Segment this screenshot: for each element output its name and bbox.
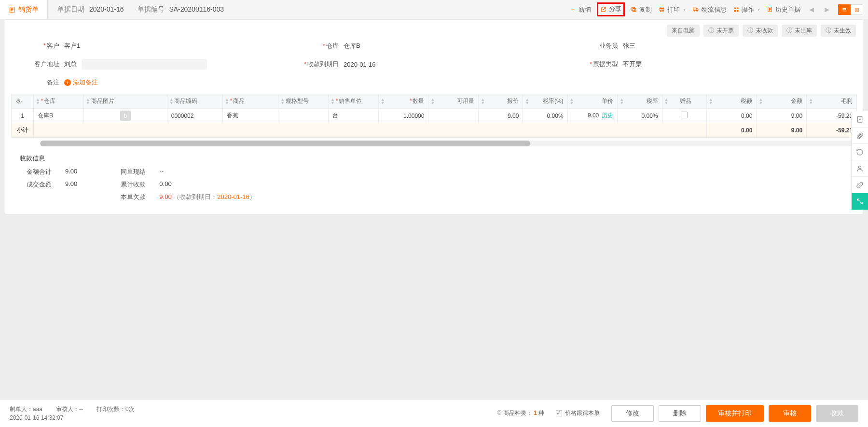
print-button[interactable]: 打印 ▾ [659,5,686,14]
table-header-row: ▲▼ *仓库 ▲▼ 商品图片 ▲▼ 商品编码 ▲▼ *商品 ▲▼ 规格型号 ▲▼… [12,94,857,109]
col-gift[interactable]: ▲▼ 赠品 [662,94,706,109]
col-tax-pct[interactable]: ▲▼ 税率 [618,94,662,109]
side-expand-icon[interactable] [852,193,868,210]
address-value[interactable]: 刘总 [64,60,77,69]
col-settings-button[interactable] [12,94,34,109]
print-count-value: 0次 [125,406,135,413]
status-invoice[interactable]: ⓘ未开票 [703,25,739,37]
status-effect[interactable]: ⓘ未生效 [821,25,856,37]
footer-audit-info: 制单人：aaa 审核人：-- 打印次数：0次 2020-01-16 14:32:… [10,405,135,421]
col-amount[interactable]: ▲▼ 金额 [757,94,807,109]
view-card-button[interactable] [851,4,863,15]
grid-icon [733,7,739,13]
price-history-link[interactable]: 历史 [602,112,613,119]
footer-bar: 制单人：aaa 审核人：-- 打印次数：0次 2020-01-16 14:32:… [0,399,868,427]
col-gross[interactable]: ▲▼ 毛利 [807,94,857,109]
new-button[interactable]: ＋ 新增 [570,5,591,14]
cell-code[interactable]: 0000002 [167,109,222,123]
scrollbar-thumb[interactable] [40,141,530,146]
status-receipt[interactable]: ⓘ未收款 [743,25,778,37]
price-follow-checkbox[interactable]: 价格跟踪本单 [556,409,600,417]
svg-rect-2 [632,7,635,11]
cell-price[interactable]: 9.00历史 [567,109,618,123]
side-note-icon[interactable] [852,111,868,128]
gift-checkbox[interactable] [681,112,688,118]
status-outbound[interactable]: ⓘ未出库 [782,25,817,37]
field-note: 备注 + 添加备注 [25,78,285,87]
side-user-icon[interactable] [852,160,868,177]
cell-amount: 9.00 [757,109,807,123]
svg-point-7 [694,10,695,11]
col-warehouse[interactable]: ▲▼ *仓库 [34,94,84,109]
col-quote[interactable]: ▲▼ 报价 [479,94,523,109]
add-note-button[interactable]: + 添加备注 [64,78,98,87]
col-image[interactable]: ▲▼ 商品图片 [83,94,167,109]
col-unit[interactable]: ▲▼ *销售单位 [328,94,378,109]
history-button[interactable]: 历史单据 [767,5,800,14]
warehouse-value[interactable]: 仓库B [344,42,360,50]
col-tax-amount[interactable]: ▲▼ 税额 [706,94,757,109]
subtotal-gross: -59.21 [807,123,857,138]
col-code[interactable]: ▲▼ 商品编码 [167,94,222,109]
audit-button[interactable]: 审核 [769,405,811,422]
cell-unit[interactable]: 台 [328,109,378,123]
svg-rect-14 [855,8,856,11]
due-value[interactable]: 2020-01-16 [344,61,376,68]
invoice-type-value[interactable]: 不开票 [623,60,642,69]
row-index: 1 [12,109,34,123]
items-table: ▲▼ *仓库 ▲▼ 商品图片 ▲▼ 商品编码 ▲▼ *商品 ▲▼ 规格型号 ▲▼… [11,94,857,138]
cell-tax-rate[interactable]: 0.00% [523,109,567,123]
subtotal-label: 小计 [12,123,34,138]
table-row[interactable]: 1 仓库B b 0000002 香蕉 台 1.00000 9.00 0.00% … [12,109,857,123]
payment-grid: 金额合计9.00 成交金额9.00 同单现结-- 累计收款0.00 本单欠款 9… [5,166,863,210]
cell-tax-amount: 0.00 [706,109,757,123]
svg-rect-15 [857,8,858,11]
logistics-button[interactable]: 物流信息 [692,5,727,14]
col-available[interactable]: ▲▼ 可用量 [428,94,479,109]
prev-record-button[interactable]: ◀ [807,6,816,13]
col-price[interactable]: ▲▼ 单价 [567,94,618,109]
cell-gift[interactable] [662,109,706,123]
share-button[interactable]: 分享 [600,5,621,14]
salesman-value[interactable]: 张三 [623,42,635,50]
side-link-icon[interactable] [852,177,868,193]
edit-button[interactable]: 修改 [611,405,654,422]
main-panel: 来自电脑 ⓘ未开票 ⓘ未收款 ⓘ未出库 ⓘ未生效 *客户 客户1 *仓库 仓库B… [5,19,863,214]
col-product[interactable]: ▲▼ *商品 [222,94,278,109]
cell-warehouse[interactable]: 仓库B [34,109,84,123]
active-tab-sales-order[interactable]: 销货单 [0,0,48,19]
next-record-button[interactable]: ▶ [823,6,831,13]
copy-button[interactable]: 复制 [631,5,652,14]
history-icon [767,6,773,13]
col-tax-rate[interactable]: ▲▼ 税率(%) [523,94,567,109]
table-horizontal-scrollbar[interactable] [40,141,857,146]
share-highlight: 分享 [597,2,625,16]
cell-quote[interactable]: 9.00 [479,109,523,123]
auditor-value: -- [79,406,83,413]
info-icon: ⓘ [708,27,714,35]
deal-amount: 9.00 [65,180,77,189]
receive-button[interactable]: 收款 [816,405,858,422]
chevron-down-icon: ▾ [758,7,760,12]
side-refresh-icon[interactable] [852,144,868,160]
svg-point-18 [858,166,861,168]
col-qty[interactable]: ▲▼ *数量 [378,94,428,109]
cell-qty[interactable]: 1.00000 [378,109,428,123]
customer-value[interactable]: 客户1 [64,42,80,50]
form-grid: *客户 客户1 *仓库 仓库B 业务员 张三 客户地址 刘总 *收款到期日 20… [5,40,863,94]
audit-print-button[interactable]: 审核并打印 [706,405,764,422]
col-spec[interactable]: ▲▼ 规格型号 [278,94,329,109]
delete-button[interactable]: 删除 [659,405,701,422]
side-attachment-icon[interactable] [852,128,868,144]
sales-order-icon [9,6,15,13]
cell-spec[interactable] [278,109,329,123]
cell-product[interactable]: 香蕉 [222,109,278,123]
operate-button[interactable]: 操作 ▾ [733,5,760,14]
view-list-button[interactable] [838,4,851,15]
field-address: 客户地址 刘总 [25,59,285,70]
date-label: 单据日期 [57,5,84,13]
cell-image[interactable]: b [83,109,167,123]
share-icon [600,6,606,13]
cell-tax-pct[interactable]: 0.00% [618,109,662,123]
plus-circle-icon: + [64,79,71,86]
